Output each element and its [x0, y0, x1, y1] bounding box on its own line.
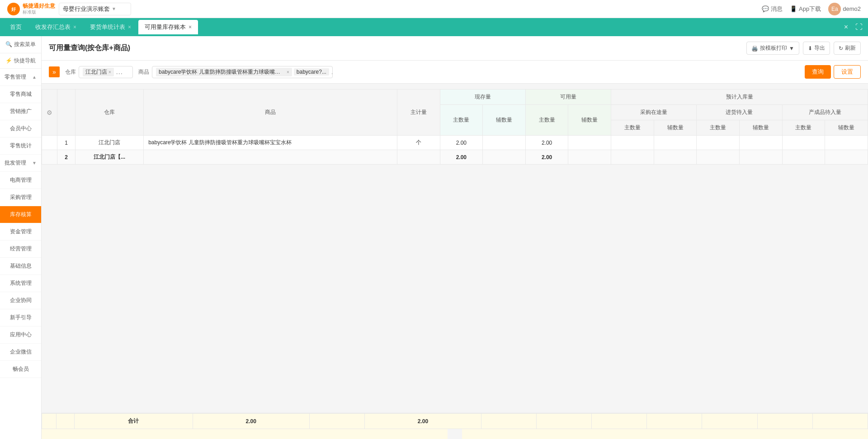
sidebar-search[interactable]: 🔍 搜索菜单 — [0, 36, 41, 53]
warehouse-tag-close[interactable]: × — [108, 70, 111, 75]
sidebar-nav[interactable]: ⚡ 快捷导航 — [0, 53, 41, 69]
cell-product: babycare学饮杯 儿童防摔防撞吸管杯重力球吸嘴杯宝宝水杯 — [144, 136, 397, 150]
sidebar-item-enterprise[interactable]: 企业协同 — [0, 292, 41, 309]
sidebar-item-weixin[interactable]: 企业微信 — [0, 344, 41, 361]
sidebar-item-vip[interactable]: 畅会员 — [0, 361, 41, 378]
refresh-label: 刷新 — [845, 44, 856, 52]
sidebar-item-finance[interactable]: 资金管理 — [0, 223, 41, 241]
refresh-button[interactable]: ↻ 刷新 — [834, 42, 861, 55]
tab-home[interactable]: 首页 — [4, 20, 28, 34]
col-purchase-aux-header: 辅数量 — [654, 120, 697, 136]
product-tag-close[interactable]: × — [287, 70, 289, 75]
group-purchase-aux — [654, 150, 697, 165]
settings-button[interactable]: 设置 — [834, 65, 861, 79]
avatar: Ea — [828, 3, 841, 15]
page-actions: 🖨️ 按模板打印 ▼ ⬇ 导出 ↻ 刷新 — [746, 42, 861, 55]
product-filter-label: 商品 — [138, 68, 149, 76]
col-current-stock-header: 现存量 — [440, 90, 525, 105]
group-row: 2 江北门店【... 2.00 2.00 — [42, 150, 868, 165]
col-incoming-aux-header: 辅数量 — [739, 120, 782, 136]
summary-purchase-aux — [592, 414, 647, 429]
col-settings-header: ⚙ — [42, 90, 57, 136]
group-stock-aux — [483, 150, 526, 165]
sidebar-item-operation[interactable]: 经营管理 — [0, 241, 41, 258]
cell-stock-aux — [483, 136, 526, 150]
sidebar-item-ecommerce[interactable]: 电商管理 — [0, 172, 41, 189]
sidebar-item-member[interactable]: 会员中心 — [0, 120, 41, 137]
sidebar-item-label: 库存核算 — [10, 211, 32, 218]
logo-text: 畅捷通好生意 — [23, 3, 55, 9]
col-incoming-header: 进货待入量 — [697, 105, 782, 120]
data-table: ⚙ 仓库 商品 主计量 现存量 可用量 预计入库量 主数量 辅数 — [42, 89, 868, 165]
download-label: App下载 — [799, 5, 821, 13]
user-action[interactable]: Ea demo2 — [828, 3, 861, 15]
filter-bar: » 仓库 江北门店 × … 商品 babycare学饮杯 儿童防摔防撞吸管杯重力… — [42, 61, 868, 84]
export-button[interactable]: ⬇ 导出 — [803, 42, 830, 55]
more-icon[interactable]: … — [116, 68, 123, 76]
sidebar-item-label: 会员中心 — [10, 125, 32, 132]
sidebar-item-newuser[interactable]: 新手引导 — [0, 309, 41, 326]
close-all-tabs-icon[interactable]: × — [842, 21, 850, 33]
message-action[interactable]: 💬 消息 — [762, 5, 783, 13]
sidebar-item-marketing[interactable]: 营销推广 — [0, 103, 41, 120]
filter-expand-button[interactable]: » — [49, 66, 60, 77]
summary-avail-main: 2.00 — [364, 414, 481, 429]
print-icon: 🖨️ — [751, 45, 758, 52]
sidebar-item-appstore[interactable]: 应用中心 — [0, 326, 41, 344]
tab-shoufasum-label: 收发存汇总表 — [35, 23, 71, 31]
cell-prod-main — [782, 136, 825, 150]
product-input[interactable]: babycare学饮杯 儿童防摔防撞吸管杯重力球吸嘴杯宝宝水杯 × babyca… — [152, 66, 333, 78]
tab-shoufasum-close[interactable]: × — [73, 24, 76, 30]
cell-incoming-aux — [739, 136, 782, 150]
scrollbar-area — [448, 429, 462, 439]
summary-stock-aux — [309, 414, 364, 429]
query-button[interactable]: 查询 — [805, 65, 831, 79]
col-purchase-main-header: 主数量 — [611, 120, 654, 136]
summary-col2 — [57, 414, 75, 429]
mobile-icon: 📱 — [790, 5, 797, 12]
content: 可用量查询(按仓库+商品) 🖨️ 按模板打印 ▼ ⬇ 导出 ↻ 刷新 » — [42, 36, 868, 439]
sidebar-item-label: 企业协同 — [10, 297, 32, 304]
table-settings-icon[interactable]: ⚙ — [47, 109, 52, 116]
sidebar-item-wholesale[interactable]: 批发管理 ▼ — [0, 155, 41, 172]
export-label: 导出 — [814, 44, 825, 52]
product-tag-text: babycare学饮杯 儿童防摔防撞吸管杯重力球吸嘴杯宝宝水杯 — [159, 68, 285, 76]
export-icon: ⬇ — [808, 45, 812, 52]
warehouse-tag-text: 江北门店 — [85, 68, 107, 76]
tab-yaohuodan[interactable]: 要货单统计表 × — [84, 20, 137, 34]
summary-avail-aux — [481, 414, 536, 429]
product-more-icon[interactable]: … — [331, 68, 333, 76]
tab-kucunzhangben[interactable]: 可用量库存账本 × — [138, 20, 198, 34]
top-bar: 好 畅捷通好生意 标准版 母婴行业演示账套 ▼ 💬 消息 📱 App下载 Ea … — [0, 0, 868, 18]
col-purchase-header: 采购在途量 — [611, 105, 697, 120]
tab-kucunzhangben-close[interactable]: × — [189, 24, 192, 30]
cell-purchase-main — [611, 136, 654, 150]
sidebar-item-basic[interactable]: 基础信息 — [0, 258, 41, 275]
tab-shoufasum[interactable]: 收发存汇总表 × — [29, 20, 83, 34]
table-area: ⚙ 仓库 商品 主计量 现存量 可用量 预计入库量 主数量 辅数 — [42, 84, 868, 413]
sidebar-item-stats[interactable]: 零售统计 — [0, 137, 41, 155]
col-prod-main-header: 主数量 — [782, 120, 825, 136]
sidebar-item-inventory[interactable]: 库存核算 — [0, 206, 41, 223]
message-label: 消息 — [771, 5, 783, 13]
expand-icon[interactable]: ⛶ — [854, 21, 864, 33]
sidebar-item-zero-retail[interactable]: 零售管理 ▲ — [0, 69, 41, 86]
tab-bar-right: × ⛶ — [842, 21, 864, 33]
tab-yaohuodan-close[interactable]: × — [128, 24, 131, 30]
group-avail-aux — [568, 150, 611, 165]
group-warehouse: 江北门店【... — [75, 150, 144, 165]
sidebar-item-label: 资金管理 — [10, 228, 32, 236]
top-bar-left: 好 畅捷通好生意 标准版 母婴行业演示账套 ▼ — [7, 3, 131, 15]
app-selector[interactable]: 母婴行业演示账套 ▼ — [59, 3, 131, 15]
sidebar-item-label: 畅会员 — [13, 365, 29, 373]
cell-purchase-aux — [654, 136, 697, 150]
sidebar-item-zero-mall[interactable]: 零售商城 — [0, 86, 41, 103]
download-action[interactable]: 📱 App下载 — [790, 5, 821, 13]
print-button[interactable]: 🖨️ 按模板打印 ▼ — [746, 42, 799, 55]
data-table-wrap: ⚙ 仓库 商品 主计量 现存量 可用量 预计入库量 主数量 辅数 — [42, 89, 868, 165]
group-incoming-aux — [739, 150, 782, 165]
warehouse-input[interactable]: 江北门店 × … — [79, 66, 133, 78]
col-incoming-main-header: 主数量 — [697, 120, 740, 136]
sidebar-item-purchase[interactable]: 采购管理 — [0, 189, 41, 206]
sidebar-item-system[interactable]: 系统管理 — [0, 275, 41, 292]
